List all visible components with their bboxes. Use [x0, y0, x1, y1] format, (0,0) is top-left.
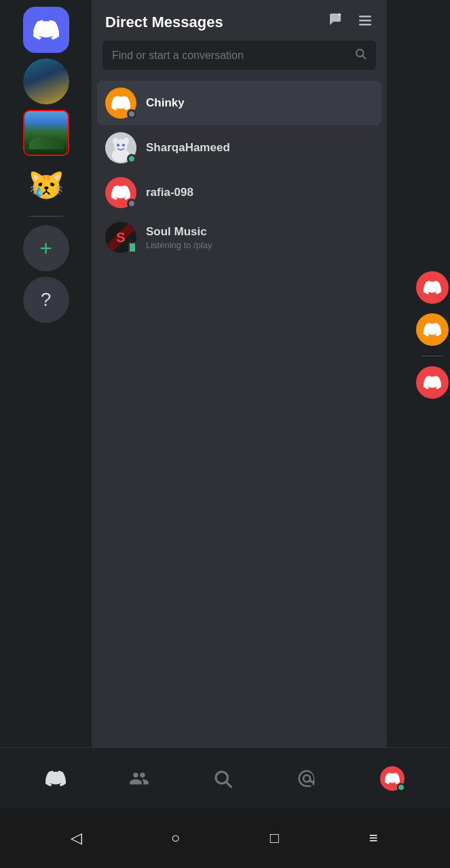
sidebar-divider: [29, 216, 63, 217]
svg-point-11: [113, 138, 118, 144]
chinky-name: Chinky: [146, 96, 373, 110]
search-bar[interactable]: [102, 41, 376, 70]
nav-home[interactable]: [45, 768, 66, 789]
right-server-1-icon: [424, 279, 441, 296]
svg-text:+: +: [338, 12, 341, 18]
chinky-info: Chinky: [146, 96, 373, 110]
hamburger-icon: [357, 12, 373, 28]
sharqa-name: SharqaHameed: [146, 141, 373, 155]
svg-line-14: [227, 782, 231, 787]
dm-panel: Direct Messages +: [92, 0, 387, 800]
add-server-button[interactable]: +: [23, 225, 69, 271]
rafia-avatar-wrap: [105, 177, 136, 208]
recents-icon: □: [270, 829, 279, 847]
sidebar: 😿 + ?: [0, 0, 92, 800]
server3-avatar: 😿: [23, 161, 69, 208]
svg-line-5: [362, 56, 365, 58]
discord-logo-rafia: [111, 183, 130, 202]
conversation-soul[interactable]: S Soul Music Listening to /play: [97, 215, 381, 260]
svg-point-12: [124, 138, 129, 144]
rafia-status-dot: [127, 199, 136, 208]
sharqa-avatar-wrap: [105, 132, 136, 163]
right-server-3[interactable]: [416, 366, 449, 399]
soul-avatar-wrap: S: [105, 222, 136, 253]
nav-friends-icon: [129, 768, 149, 789]
android-recents-button[interactable]: □: [259, 823, 289, 853]
chinky-avatar-wrap: [105, 87, 136, 119]
sidebar-item-dm[interactable]: [23, 7, 69, 53]
nav-home-icon: [45, 768, 66, 789]
sharqa-info: SharqaHameed: [146, 141, 373, 155]
nav-mentions-icon: [297, 768, 317, 789]
right-server-2-icon: [424, 321, 441, 338]
server1-avatar: [23, 58, 69, 104]
sidebar-item-server1[interactable]: [23, 58, 69, 104]
header-icons: +: [329, 12, 373, 33]
soul-letter: S: [116, 230, 125, 245]
right-server-1[interactable]: [416, 271, 449, 304]
add-icon: +: [39, 236, 52, 261]
sidebar-item-server3[interactable]: 😿: [23, 161, 69, 208]
conversation-list: Chinky: [92, 78, 387, 262]
conversation-rafia[interactable]: rafia-098: [97, 170, 381, 215]
nav-profile[interactable]: [380, 766, 405, 791]
android-back-button[interactable]: ◁: [62, 823, 92, 853]
conversation-chinky[interactable]: Chinky: [97, 81, 381, 125]
search-input[interactable]: [112, 50, 348, 62]
back-icon: ◁: [71, 829, 82, 847]
help-icon: ?: [41, 289, 52, 311]
bottom-nav: [0, 747, 450, 808]
help-button[interactable]: ?: [23, 277, 69, 323]
nav-profile-avatar: [380, 766, 405, 791]
sidebar-item-server2-active[interactable]: [23, 110, 69, 156]
dm-header: Direct Messages +: [92, 0, 387, 41]
search-icon: [354, 47, 367, 63]
android-extra-button[interactable]: ≡: [358, 823, 388, 853]
android-nav: ◁ ○ □ ≡: [0, 808, 450, 868]
sharqa-status-dot: [127, 154, 136, 163]
svg-rect-3: [359, 24, 371, 26]
discord-logo-chinky: [111, 94, 130, 113]
dm-panel-title: Direct Messages: [105, 14, 223, 31]
rafia-info: rafia-098: [146, 186, 373, 199]
rafia-name: rafia-098: [146, 186, 373, 199]
svg-rect-2: [359, 20, 371, 22]
soul-info: Soul Music Listening to /play: [146, 225, 373, 250]
new-dm-button[interactable]: +: [329, 12, 345, 33]
soul-status-dot: [128, 242, 136, 253]
svg-point-10: [122, 144, 125, 146]
right-server-list: [415, 271, 450, 399]
android-home-button[interactable]: ○: [161, 823, 191, 853]
server2-avatar: [24, 110, 68, 156]
right-server-3-icon: [424, 374, 441, 391]
nav-profile-status: [397, 783, 405, 791]
discord-icon: [33, 17, 59, 43]
new-dm-icon: +: [329, 12, 345, 28]
nav-profile-discord-icon: [385, 771, 400, 786]
svg-rect-1: [359, 16, 371, 18]
nav-search[interactable]: [212, 768, 233, 789]
search-svg: [354, 47, 367, 60]
nav-search-icon: [212, 768, 233, 789]
conversation-sharqa[interactable]: SharqaHameed: [97, 125, 381, 170]
soul-status-text: Listening to /play: [146, 240, 373, 250]
chinky-status-dot: [127, 109, 136, 119]
right-server-2[interactable]: [416, 313, 449, 346]
soul-name: Soul Music: [146, 225, 373, 239]
menu-button[interactable]: [357, 12, 373, 33]
svg-point-9: [117, 144, 119, 146]
nav-mentions[interactable]: [297, 768, 317, 789]
nav-friends[interactable]: [129, 768, 149, 789]
home-icon: ○: [171, 829, 180, 847]
right-server-divider: [421, 355, 443, 357]
extra-icon: ≡: [369, 829, 378, 847]
